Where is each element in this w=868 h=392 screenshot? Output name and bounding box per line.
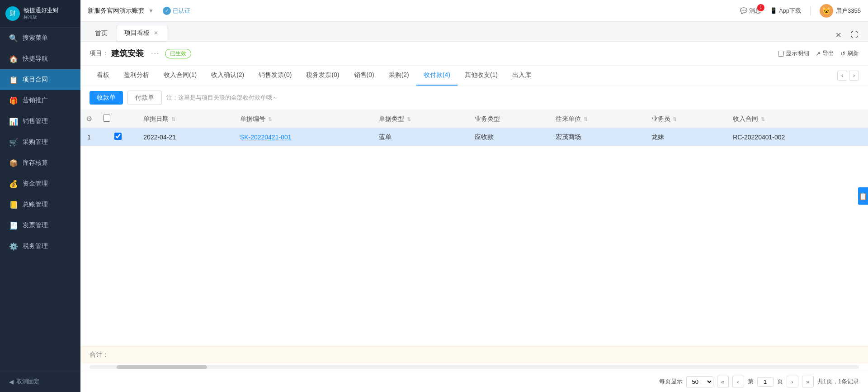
refresh-icon: ↺: [840, 50, 845, 57]
search-icon: 🔍: [9, 33, 18, 43]
subnav-tab-kanban[interactable]: 看板: [90, 66, 117, 86]
date-sort-icon[interactable]: ⇅: [171, 116, 175, 122]
last-page-button[interactable]: »: [802, 376, 814, 387]
sidebar-item-search[interactable]: 🔍 搜索菜单: [0, 28, 80, 48]
row-select-checkbox[interactable]: [114, 133, 122, 140]
select-all-checkbox[interactable]: [103, 115, 110, 122]
subnav-tab-sales-invoice-label: 销售发票(0): [259, 71, 292, 78]
sidebar-item-inventory[interactable]: 📦 库存核算: [0, 153, 80, 173]
close-window-button[interactable]: ✕: [832, 29, 844, 41]
tax-icon: ⚙️: [9, 242, 18, 251]
subnav-tab-profit[interactable]: 盈利分析: [117, 66, 156, 86]
partner-col-label: 往来单位: [556, 115, 581, 122]
receipt-table: ⚙ 单据日期 ⇅ 单据编号 ⇅: [80, 110, 868, 146]
refresh-button[interactable]: ↺ 刷新: [840, 49, 859, 57]
subnav-tab-other-expense[interactable]: 其他收支(1): [458, 66, 505, 86]
subnav-tab-inout-label: 出入库: [512, 71, 531, 78]
first-page-button[interactable]: «: [717, 376, 729, 387]
row-income-contract: RC-20220401-002: [727, 128, 868, 146]
horizontal-scrollbar[interactable]: [90, 365, 859, 369]
scrollbar-thumb[interactable]: [117, 365, 207, 369]
refresh-label: 刷新: [847, 49, 859, 57]
partner-sort-icon[interactable]: ⇅: [584, 116, 588, 122]
subnav-tab-income-contract[interactable]: 收入合同(1): [156, 66, 204, 86]
sidebar-item-marketing[interactable]: 🎁 营销推广: [0, 90, 80, 111]
message-icon: 💬: [740, 7, 747, 14]
tab-home[interactable]: 首页: [88, 26, 115, 41]
income-contract-col-label: 收入合同: [733, 115, 758, 122]
app-download-label: App下载: [779, 7, 801, 15]
tab-close-icon[interactable]: ✕: [152, 29, 160, 37]
tab-project-board[interactable]: 项目看板 ✕: [117, 25, 167, 41]
sidebar-item-label: 销售管理: [23, 117, 48, 125]
sidebar-item-tax-mgmt[interactable]: ⚙️ 税务管理: [0, 236, 80, 257]
income-contract-sort-icon[interactable]: ⇅: [761, 116, 765, 122]
sidebar-item-quick-nav[interactable]: 🏠 快捷导航: [0, 48, 80, 69]
project-header: 项目： 建筑安装 ··· 已生效 显示明细 ↗ 导出 ↺ 刷新: [80, 42, 868, 66]
row-number[interactable]: SK-20220421-001: [235, 128, 373, 146]
row-number-link[interactable]: SK-20220421-001: [240, 134, 292, 141]
prev-page-button[interactable]: ‹: [732, 376, 744, 387]
next-page-button[interactable]: ›: [787, 376, 798, 387]
sidebar-item-purchase-mgmt[interactable]: 🛒 采购管理: [0, 132, 80, 153]
table-header-gear: ⚙: [80, 110, 98, 128]
receipt-tab-button[interactable]: 收款单: [90, 91, 123, 105]
right-panel-toggle[interactable]: 📋: [858, 187, 868, 205]
sidebar-item-sales-mgmt[interactable]: 📊 销售管理: [0, 111, 80, 132]
export-button[interactable]: ↗ 导出: [816, 49, 834, 57]
workspace-selector[interactable]: 新服务官网演示账套 ▼: [88, 7, 154, 15]
row-date: 2022-04-21: [138, 128, 235, 146]
table-header-row: ⚙ 单据日期 ⇅ 单据编号 ⇅: [80, 110, 868, 128]
subnav-tab-purchase[interactable]: 采购(2): [382, 66, 416, 86]
table-row[interactable]: 1 2022-04-21 SK-20220421-001 蓝单 应收款 宏茂商场…: [80, 128, 868, 146]
more-options-button[interactable]: ···: [151, 49, 160, 57]
payment-tab-button[interactable]: 付款单: [127, 91, 162, 105]
subnav-tab-profit-label: 盈利分析: [124, 71, 149, 78]
sales-icon: 📊: [9, 117, 18, 126]
workspace-name: 新服务官网演示账套: [88, 7, 145, 15]
show-detail-toggle[interactable]: 显示明细: [778, 49, 809, 57]
subnav-tab-tax-invoice[interactable]: 税务发票(0): [299, 66, 346, 86]
sidebar-unpin-button[interactable]: ◀ 取消固定: [0, 371, 80, 392]
type-sort-icon[interactable]: ⇅: [407, 116, 411, 122]
gift-icon: 🎁: [9, 96, 18, 105]
table-header-biz-type: 业务类型: [469, 110, 550, 128]
project-status-badge: 已生效: [165, 49, 191, 58]
subnav-tab-other-expense-label: 其他收支(1): [465, 71, 498, 78]
sidebar-item-fund-mgmt[interactable]: 💰 资金管理: [0, 173, 80, 194]
table-scrollbar[interactable]: [80, 363, 868, 371]
project-actions: 显示明细 ↗ 导出 ↺ 刷新: [778, 49, 859, 57]
user-menu[interactable]: 🐱 用户3355: [820, 4, 861, 18]
subnav-tab-income-confirm[interactable]: 收入确认(2): [204, 66, 251, 86]
sidebar-scroll: 🔍 搜索菜单 🏠 快捷导航 📋 项目合同 🎁 营销推广 📊 销售管理 🛒 采购管…: [0, 28, 80, 371]
per-page-select[interactable]: 50 20 100: [686, 376, 713, 387]
subnav-prev-button[interactable]: ‹: [837, 71, 847, 81]
prev-page-icon: ‹: [737, 378, 739, 385]
column-settings-icon[interactable]: ⚙: [86, 115, 92, 123]
last-page-icon: »: [806, 378, 809, 385]
subnav-tab-sales[interactable]: 销售(0): [347, 66, 382, 86]
subnav-next-button[interactable]: ›: [849, 71, 859, 81]
sidebar-item-invoice-mgmt[interactable]: 🧾 发票管理: [0, 215, 80, 236]
number-sort-icon[interactable]: ⇅: [268, 116, 272, 122]
divider: [810, 6, 811, 15]
app-download-button[interactable]: 📱 App下载: [770, 7, 801, 15]
box-icon: 📦: [9, 158, 18, 167]
subnav-tab-inout[interactable]: 出入库: [505, 66, 538, 86]
number-col-label: 单据编号: [240, 115, 265, 122]
row-type: 蓝单: [373, 128, 469, 146]
panel-toggle-icon: 📋: [859, 192, 868, 201]
salesperson-sort-icon[interactable]: ⇅: [673, 116, 677, 122]
sidebar-item-project-contract[interactable]: 📋 项目合同: [0, 69, 80, 90]
sidebar-item-ledger-mgmt[interactable]: 📒 总账管理: [0, 194, 80, 215]
table-header-type: 单据类型 ⇅: [373, 110, 469, 128]
topbar: 新服务官网演示账套 ▼ ✓ 已认证 💬 消息 1 📱 App下载 🐱 用户335…: [80, 0, 868, 22]
subnav-tab-receipt-label: 收付款(4): [424, 71, 450, 78]
message-button[interactable]: 💬 消息 1: [740, 7, 761, 15]
show-detail-checkbox[interactable]: [778, 51, 784, 57]
maximize-window-button[interactable]: ⛶: [848, 29, 861, 41]
subnav-tab-sales-invoice[interactable]: 销售发票(0): [251, 66, 299, 86]
page-number-input[interactable]: [757, 377, 774, 387]
subnav-tab-receipt[interactable]: 收付款(4): [416, 66, 458, 86]
message-badge: 1: [757, 4, 764, 11]
